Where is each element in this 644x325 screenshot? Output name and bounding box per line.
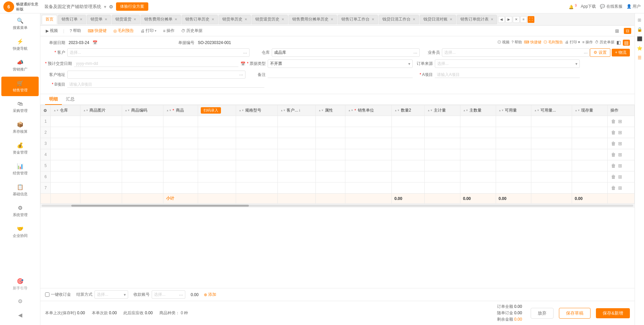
row1-image[interactable] — [80, 116, 122, 127]
row6-main-unit[interactable] — [424, 171, 460, 182]
row2-available[interactable] — [496, 127, 531, 138]
card-view-btn[interactable]: ⊟ — [624, 28, 631, 34]
row5-warehouse[interactable] — [51, 160, 80, 171]
row7-unit[interactable] — [345, 182, 392, 194]
row6-current[interactable] — [572, 171, 607, 182]
close-tab-sales-slip-history[interactable]: ✕ — [244, 17, 247, 21]
row7-product[interactable] — [163, 182, 198, 194]
tab-sales-slip[interactable]: 销货单 ✕ — [87, 15, 111, 24]
sidebar-item-settings[interactable]: ⚙ — [1, 295, 39, 308]
row6-attr[interactable] — [315, 171, 345, 182]
one-key-payment-input[interactable] — [45, 292, 49, 297]
tab-sales-fee-history[interactable]: 销售费用分摊单历史 ✕ — [289, 15, 337, 24]
row5-product[interactable] — [163, 160, 198, 171]
row7-attr[interactable] — [315, 182, 345, 194]
row1-available[interactable] — [496, 116, 531, 127]
tab-close-all-btn[interactable]: ✕ — [513, 16, 520, 23]
row2-main-unit[interactable] — [424, 127, 460, 138]
warehouse-more-icon[interactable]: ··· — [413, 50, 417, 55]
shortcut-icon-btn[interactable]: ⌨ 快捷键 — [524, 40, 541, 46]
row4-main-unit[interactable] — [424, 149, 460, 160]
row1-spec[interactable] — [236, 116, 278, 127]
row4-warehouse[interactable] — [51, 149, 80, 160]
sidebar-item-finance[interactable]: 💰 资金管理 — [1, 139, 39, 158]
list-icon-btn[interactable]: ◧ — [616, 40, 621, 46]
row2-available2[interactable] — [531, 127, 572, 138]
row7-current[interactable] — [572, 182, 607, 194]
discard-btn[interactable]: 放弃 — [531, 308, 554, 319]
sidebar-item-sales[interactable]: 🛒 销售管理 — [1, 77, 39, 96]
close-tab-sales-fee[interactable]: ✕ — [175, 17, 177, 21]
history-icon-btn[interactable]: ⏱ 历史单据 — [595, 40, 614, 46]
customer-address-more-icon[interactable]: ··· — [239, 72, 243, 77]
row3-spec[interactable] — [236, 138, 278, 149]
sort-arrows-qty2[interactable]: ▲▼ — [394, 109, 400, 112]
row3-current[interactable] — [572, 138, 607, 149]
row2-delete-btn[interactable]: 🗑 — [610, 129, 616, 136]
save-draft-btn[interactable]: 保存草稿 — [559, 308, 591, 319]
row1-main-unit[interactable] — [424, 116, 460, 127]
row3-available[interactable] — [496, 138, 531, 149]
row3-available2[interactable] — [531, 138, 572, 149]
row7-customer[interactable] — [277, 182, 315, 194]
row1-unit[interactable] — [345, 116, 392, 127]
scrollbar-track[interactable] — [42, 205, 633, 207]
customer-input[interactable]: 选择... ··· — [67, 48, 250, 57]
row1-available2[interactable] — [531, 116, 572, 127]
sort-arrows-attr[interactable]: ▲▼ — [318, 109, 324, 112]
row4-attr[interactable] — [315, 149, 345, 160]
row2-image[interactable] — [80, 127, 122, 138]
view-icon-btn[interactable]: ◎ 视频 — [497, 40, 509, 46]
sort-arrows-unit[interactable]: ▲▼ — [348, 109, 353, 112]
sidebar-item-enterprise[interactable]: 🤝 企业协同 — [1, 222, 39, 242]
shortcut-btn[interactable]: ⌨ 快捷键 — [86, 27, 109, 34]
row4-available[interactable] — [496, 149, 531, 160]
sidebar-item-operations[interactable]: 📊 经营管理 — [1, 160, 39, 179]
row1-qty2[interactable] — [391, 116, 424, 127]
th-settings[interactable]: ⚙ — [41, 105, 51, 116]
row1-copy-btn[interactable]: ⊞ — [617, 118, 623, 125]
b-project-input[interactable] — [67, 81, 264, 88]
list-view-btn[interactable]: ⊞ — [613, 28, 621, 34]
tab-sales-order-history[interactable]: 销售订单历史 ✕ — [182, 15, 218, 24]
row3-qty2[interactable] — [391, 138, 424, 149]
row4-image[interactable] — [80, 149, 122, 160]
add-logistics-btn[interactable]: + 物流 — [612, 49, 630, 56]
row1-warehouse[interactable] — [51, 116, 80, 127]
mini-icon-2[interactable]: 🔒 — [636, 26, 643, 33]
operate-btn[interactable]: ≡ 操作 — [161, 27, 177, 34]
row5-customer[interactable] — [277, 160, 315, 171]
help-icon-btn[interactable]: ? 帮助 — [512, 40, 522, 46]
sidebar-item-search[interactable]: 🔍 搜索菜单 — [1, 14, 39, 34]
row2-qty2[interactable] — [391, 127, 424, 138]
expand-icon[interactable]: ▾ — [104, 4, 106, 9]
row6-available[interactable] — [496, 171, 531, 182]
row4-current[interactable] — [572, 149, 607, 160]
row2-current[interactable] — [572, 127, 607, 138]
row7-image[interactable] — [80, 182, 122, 194]
row3-code[interactable] — [122, 138, 163, 149]
sort-arrows-product[interactable]: ▲▼ — [166, 109, 172, 112]
help-btn[interactable]: ? 帮助 — [68, 27, 83, 34]
tab-prev-btn[interactable]: ◀ — [498, 16, 505, 23]
tab-loan-reconcile[interactable]: 钱贷日清对账 ✕ — [420, 15, 456, 24]
row4-product[interactable] — [163, 149, 198, 160]
row2-warehouse[interactable] — [51, 127, 80, 138]
tab-sales-slip-history[interactable]: 销货单历史 ✕ — [219, 15, 251, 24]
row2-attr[interactable] — [315, 127, 345, 138]
tab-sales-stats[interactable]: 销售订单统计表 ✕ — [457, 15, 497, 24]
settings-btn[interactable]: ⚙ 设置 — [590, 48, 610, 57]
mini-icon-1[interactable]: ⊞ — [636, 16, 643, 24]
row6-spec[interactable] — [236, 171, 278, 182]
row3-product[interactable] — [163, 138, 198, 149]
row5-qty2[interactable] — [391, 160, 424, 171]
row2-unit[interactable] — [345, 127, 392, 138]
sidebar-collapse-btn[interactable]: ◀ — [1, 309, 39, 322]
tab-sales-order[interactable]: 销售订单 ✕ — [58, 15, 86, 24]
row1-current[interactable] — [572, 116, 607, 127]
row6-unit[interactable] — [345, 171, 392, 182]
row5-copy-btn[interactable]: ⊞ — [617, 162, 623, 169]
row6-copy-btn[interactable]: ⊞ — [617, 173, 623, 180]
close-tab-sales-stats[interactable]: ✕ — [491, 17, 493, 21]
sort-arrows-main-qty[interactable]: ▲▼ — [463, 109, 468, 112]
